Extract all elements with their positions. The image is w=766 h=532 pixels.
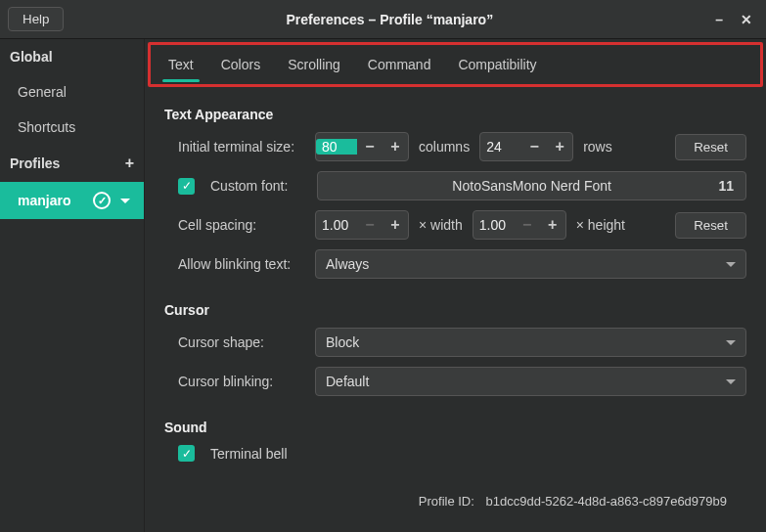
cursor-shape-label: Cursor shape: — [178, 334, 305, 350]
cursor-blinking-dropdown[interactable]: Default — [315, 367, 746, 396]
window-title: Preferences – Profile “manjaro” — [64, 12, 715, 27]
profile-default-icon[interactable] — [93, 192, 111, 209]
footer: Profile ID: b1dcc9dd-5262-4d8d-a863-c897… — [164, 484, 746, 524]
width-value[interactable]: 1.00 — [316, 217, 357, 233]
reset-spacing-button[interactable]: Reset — [675, 212, 746, 239]
allow-blinking-dropdown[interactable]: Always — [315, 249, 746, 279]
section-sound: Sound — [164, 420, 746, 435]
cursor-shape-dropdown[interactable]: Block — [315, 328, 746, 357]
rows-incr-icon[interactable]: + — [547, 138, 572, 155]
rows-spinner[interactable]: 24 − + — [479, 132, 573, 161]
columns-incr-icon[interactable]: + — [383, 138, 408, 155]
chevron-down-icon — [726, 340, 736, 345]
columns-unit: columns — [419, 139, 470, 155]
sidebar-item-label: General — [18, 84, 67, 100]
width-spinner[interactable]: 1.00 − + — [315, 210, 409, 240]
width-incr-icon[interactable]: + — [383, 216, 408, 234]
close-icon[interactable] — [741, 12, 752, 27]
sidebar-section-profiles: Profiles — [0, 145, 144, 182]
custom-font-label: Custom font: — [210, 178, 288, 194]
font-chooser-button[interactable]: NotoSansMono Nerd Font 11 — [317, 171, 746, 200]
window-controls — [715, 12, 758, 27]
profile-id-label: Profile ID: — [419, 494, 474, 509]
terminal-bell-checkbox[interactable] — [178, 445, 195, 462]
add-profile-icon[interactable] — [125, 155, 134, 172]
allow-blinking-value: Always — [326, 256, 369, 272]
tab-colors[interactable]: Colors — [207, 47, 274, 84]
height-unit: × height — [576, 217, 625, 233]
main-panel: Text Colors Scrolling Command Compatibil… — [144, 39, 766, 532]
sidebar-item-shortcuts[interactable]: Shortcuts — [0, 110, 144, 145]
height-value[interactable]: 1.00 — [473, 217, 515, 233]
cursor-shape-value: Block — [326, 334, 359, 350]
profiles-label: Profiles — [10, 155, 60, 171]
cursor-blinking-value: Default — [326, 374, 369, 389]
height-incr-icon[interactable]: + — [540, 216, 565, 234]
sidebar-item-label: Shortcuts — [18, 119, 75, 135]
tab-scrolling[interactable]: Scrolling — [274, 47, 354, 84]
width-unit: × width — [419, 217, 463, 233]
height-decr-icon[interactable]: − — [515, 216, 540, 234]
rows-decr-icon[interactable]: − — [521, 138, 547, 155]
global-label: Global — [10, 49, 53, 65]
sidebar-item-general[interactable]: General — [0, 74, 144, 110]
tabs-highlight: Text Colors Scrolling Command Compatibil… — [148, 42, 763, 87]
chevron-down-icon — [726, 379, 736, 384]
reset-size-button[interactable]: Reset — [675, 134, 746, 160]
tab-text[interactable]: Text — [155, 47, 207, 84]
font-name: NotoSansMono Nerd Font — [452, 178, 611, 194]
titlebar: Help Preferences – Profile “manjaro” — [0, 0, 766, 39]
tab-compatibility[interactable]: Compatibility — [444, 47, 550, 84]
rows-value[interactable]: 24 — [480, 139, 521, 155]
allow-blinking-label: Allow blinking text: — [178, 256, 305, 272]
section-cursor: Cursor — [164, 302, 746, 318]
cursor-blinking-label: Cursor blinking: — [178, 374, 305, 389]
height-spinner[interactable]: 1.00 − + — [473, 210, 566, 240]
custom-font-checkbox[interactable] — [178, 178, 195, 195]
sidebar-item-manjaro[interactable]: manjaro — [0, 182, 144, 219]
sidebar-item-label: manjaro — [18, 193, 70, 208]
section-text-appearance: Text Appearance — [164, 107, 746, 122]
font-size: 11 — [718, 178, 734, 194]
initial-size-label: Initial terminal size: — [178, 139, 305, 155]
sidebar-section-global: Global — [0, 39, 144, 74]
cell-spacing-label: Cell spacing: — [178, 217, 305, 233]
profile-id-value: b1dcc9dd-5262-4d8d-a863-c897e6d979b9 — [486, 494, 728, 509]
minimize-icon[interactable] — [715, 12, 723, 27]
sidebar: Global General Shortcuts Profiles manjar… — [0, 39, 144, 532]
rows-unit: rows — [583, 139, 612, 155]
width-decr-icon[interactable]: − — [357, 216, 383, 234]
tab-command[interactable]: Command — [354, 47, 445, 84]
profile-menu-icon[interactable] — [120, 199, 130, 203]
columns-decr-icon[interactable]: − — [357, 138, 383, 155]
help-button[interactable]: Help — [8, 7, 64, 31]
chevron-down-icon — [726, 262, 736, 267]
terminal-bell-label: Terminal bell — [210, 446, 288, 462]
columns-value[interactable]: 80 — [316, 139, 357, 155]
columns-spinner[interactable]: 80 − + — [315, 132, 409, 161]
